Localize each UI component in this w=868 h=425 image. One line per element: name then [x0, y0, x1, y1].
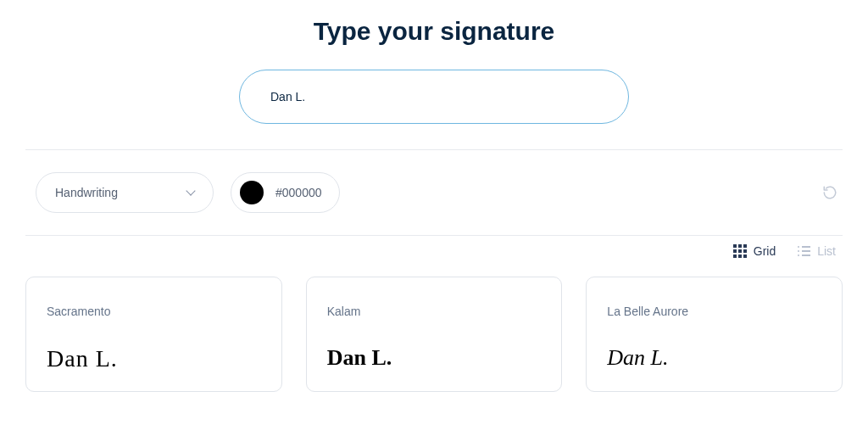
view-toggle: Grid List: [25, 236, 843, 277]
font-card-kalam[interactable]: Kalam Dan L.: [306, 277, 563, 392]
signature-input[interactable]: [239, 70, 629, 124]
view-list-button[interactable]: List: [798, 244, 836, 258]
reset-button[interactable]: [817, 180, 843, 205]
toolbar: Handwriting #000000: [25, 150, 843, 235]
signature-input-wrap: [25, 70, 843, 124]
font-card-sacramento[interactable]: Sacramento Dan L.: [25, 277, 282, 392]
color-hex-label: #000000: [275, 186, 322, 199]
font-card-preview: Dan L.: [47, 347, 261, 371]
chevron-down-icon: [186, 186, 195, 195]
font-card-title: Kalam: [327, 305, 542, 318]
color-picker[interactable]: #000000: [231, 172, 340, 213]
page-title: Type your signature: [25, 17, 843, 46]
list-icon: [798, 246, 810, 256]
view-list-label: List: [817, 244, 836, 258]
grid-icon: [733, 244, 747, 258]
font-card-title: Sacramento: [47, 305, 261, 318]
toolbar-left: Handwriting #000000: [36, 172, 340, 213]
font-card-title: La Belle Aurore: [607, 305, 821, 318]
view-grid-label: Grid: [754, 244, 776, 258]
rotate-icon: [822, 185, 837, 200]
font-style-select-label: Handwriting: [55, 186, 118, 199]
font-card-labelleaurore[interactable]: La Belle Aurore Dan L.: [586, 277, 843, 392]
font-card-preview: Dan L.: [607, 347, 821, 369]
font-style-select[interactable]: Handwriting: [36, 172, 214, 213]
font-cards: Sacramento Dan L. Kalam Dan L. La Belle …: [25, 277, 843, 392]
color-swatch: [240, 181, 264, 204]
font-card-preview: Dan L.: [327, 347, 542, 369]
view-grid-button[interactable]: Grid: [733, 244, 776, 258]
